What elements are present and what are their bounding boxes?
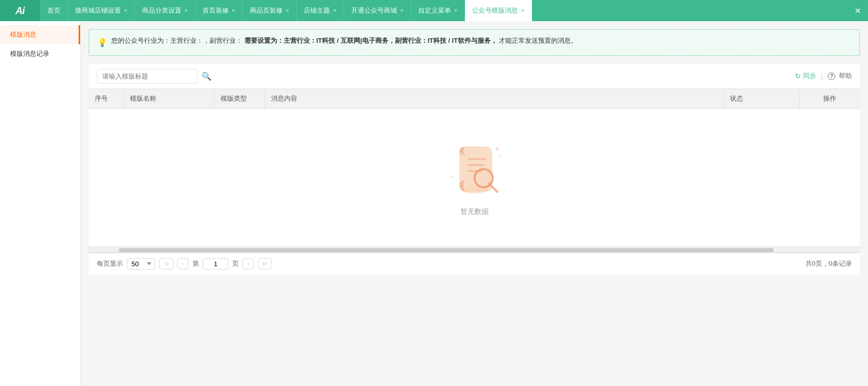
nav-tab-store-theme[interactable]: 店铺主题 × xyxy=(297,0,344,21)
th-type: 模版类型 xyxy=(215,89,265,108)
main-content: 💡 您的公众号行业为：主营行业：，副营行业： 需要设置为：主营行业：IT科技 /… xyxy=(81,21,868,386)
svg-point-6 xyxy=(477,171,491,185)
close-custom-menu[interactable]: × xyxy=(454,7,457,14)
search-actions: ↻ 同步 | ? 帮助 xyxy=(795,71,852,81)
nav-tab-custom-menu[interactable]: 自定义菜单 × xyxy=(411,0,465,21)
prev-page-button[interactable]: ‹ xyxy=(177,258,188,269)
nav-tab-open-mall[interactable]: 开通公众号商城 × xyxy=(344,0,411,21)
close-all-button[interactable]: ✕ xyxy=(847,6,868,16)
search-button[interactable]: 🔍 xyxy=(199,69,214,83)
table-header: 序号 模版名称 模版类型 消息内容 状态 操作 xyxy=(89,89,860,109)
first-page-button[interactable]: ⊲ xyxy=(159,258,173,269)
page-size-label: 每页显示 xyxy=(97,259,123,268)
last-page-button[interactable]: ⊳ xyxy=(258,258,272,269)
app-logo: Ai xyxy=(0,0,40,21)
nav-tab-template-msg[interactable]: 公众号模版消息 × xyxy=(465,0,532,21)
page-label-after: 页 xyxy=(232,259,239,268)
scrollbar-thumb[interactable] xyxy=(119,248,774,252)
divider: | xyxy=(821,72,823,80)
nav-tab-store-settings[interactable]: 微商城店铺设置 × xyxy=(68,0,135,21)
page-total: 共0页，0条记录 xyxy=(806,259,852,268)
th-name: 模版名称 xyxy=(124,89,215,108)
svg-point-9 xyxy=(450,175,453,178)
layout: 模版消息 模版消息记录 💡 您的公众号行业为：主营行业：，副营行业： 需要设置为… xyxy=(0,21,868,386)
empty-state: 暂无数据 xyxy=(89,109,860,247)
close-product-decoration[interactable]: × xyxy=(286,7,289,14)
th-status: 状态 xyxy=(724,89,799,108)
th-seq: 序号 xyxy=(89,89,124,108)
help-circle-icon: ? xyxy=(828,72,835,80)
svg-point-8 xyxy=(500,156,502,158)
close-store-settings[interactable]: × xyxy=(124,7,127,14)
sync-icon: ↻ xyxy=(795,72,801,80)
th-action: 操作 xyxy=(799,89,860,108)
page-input[interactable] xyxy=(203,258,228,270)
close-template-msg[interactable]: × xyxy=(521,7,524,14)
nav-tab-home[interactable]: 首页 xyxy=(40,0,68,21)
top-nav: Ai 首页 微商城店铺设置 × 商品分类设置 × 首页装修 × 商品页装修 × … xyxy=(0,0,868,21)
notice-banner: 💡 您的公众号行业为：主营行业：，副营行业： 需要设置为：主营行业：IT科技 /… xyxy=(89,29,860,56)
close-store-theme[interactable]: × xyxy=(333,7,337,14)
sidebar-item-template-msg-record[interactable]: 模版消息记录 xyxy=(0,44,80,63)
notice-icon: 💡 xyxy=(97,36,107,49)
notice-text: 您的公众号行业为：主营行业：，副营行业： 需要设置为：主营行业：IT科技 / 互… xyxy=(111,36,577,46)
close-homepage-decoration[interactable]: × xyxy=(232,7,235,14)
nav-tab-category-settings[interactable]: 商品分类设置 × xyxy=(135,0,195,21)
sidebar: 模版消息 模版消息记录 xyxy=(0,21,81,386)
page-label-before: 第 xyxy=(192,259,199,268)
nav-tab-product-decoration[interactable]: 商品页装修 × xyxy=(243,0,297,21)
svg-point-7 xyxy=(496,147,499,150)
nav-tab-homepage-decoration[interactable]: 首页装修 × xyxy=(195,0,243,21)
page-size-select[interactable]: 10 20 50 100 xyxy=(127,258,155,270)
sync-button[interactable]: ↻ 同步 xyxy=(795,71,816,81)
close-category-settings[interactable]: × xyxy=(184,7,188,14)
empty-text: 暂无数据 xyxy=(460,207,489,216)
table-scrollbar[interactable] xyxy=(89,247,860,253)
table-container: 序号 模版名称 模版类型 消息内容 状态 操作 xyxy=(89,89,860,275)
close-open-mall[interactable]: × xyxy=(400,7,404,14)
pagination-bar: 每页显示 10 20 50 100 ⊲ ‹ 第 页 › ⊳ 共0页，0条记录 xyxy=(89,253,860,275)
help-button[interactable]: ? 帮助 xyxy=(828,71,852,81)
next-page-button[interactable]: › xyxy=(243,258,254,269)
empty-illustration xyxy=(444,139,505,199)
sidebar-item-template-msg[interactable]: 模版消息 xyxy=(0,25,80,44)
search-input[interactable] xyxy=(97,69,197,84)
th-content: 消息内容 xyxy=(265,89,724,108)
